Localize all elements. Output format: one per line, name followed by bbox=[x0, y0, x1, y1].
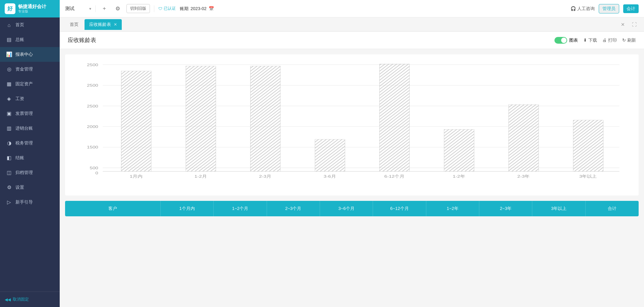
svg-text:2-3月: 2-3月 bbox=[259, 174, 271, 179]
consult-button[interactable]: 🎧 人工咨询 bbox=[571, 6, 595, 12]
sidebar-item-salary[interactable]: ◈ 工资 bbox=[0, 91, 60, 106]
archive-icon: ◫ bbox=[6, 170, 12, 176]
fund-icon: ◎ bbox=[6, 66, 12, 72]
th-3plus-year: 3年以上 bbox=[532, 201, 585, 216]
th-2-3month: 2~3个月 bbox=[267, 201, 320, 216]
download-icon: ⬇ bbox=[583, 38, 587, 43]
page-header: 应收账龄表 图表 ⬇ 下载 🖨 打印 ↻ 刷新 bbox=[60, 32, 644, 49]
sidebar-item-closing[interactable]: ◧ 结账 bbox=[0, 150, 60, 165]
tab-aging[interactable]: 应收账龄表 ✕ bbox=[85, 19, 122, 30]
tab-home[interactable]: 首页 bbox=[65, 19, 83, 30]
assets-icon: ▦ bbox=[6, 81, 12, 87]
refresh-button[interactable]: ↻ 刷新 bbox=[622, 37, 636, 43]
sidebar-item-label: 工资 bbox=[15, 96, 24, 102]
sidebar-item-tax[interactable]: ◑ 税务管理 bbox=[0, 136, 60, 150]
chart-toggle[interactable] bbox=[554, 37, 567, 44]
th-1month: 1个月内 bbox=[161, 201, 214, 216]
sidebar-item-general-ledger[interactable]: ▤ 总账 bbox=[0, 32, 60, 47]
cancel-fixed-button[interactable]: ◀◀ 取消固定 bbox=[5, 295, 55, 304]
cancel-fixed-label: 取消固定 bbox=[13, 297, 29, 302]
verified-badge: 🛡 已认证 bbox=[158, 6, 176, 11]
sidebar-item-assets[interactable]: ▦ 固定资产 bbox=[0, 77, 60, 91]
logo-text-block: 畅捷通好会计 专业版 bbox=[18, 4, 46, 14]
period-label: 账期 bbox=[180, 6, 189, 12]
table-area: 客户 1个月内 1~2个月 2~3个月 3~6个月 6~12个月 1~2年 2~… bbox=[65, 201, 639, 216]
th-total: 合计 bbox=[586, 201, 639, 216]
company-dropdown-icon[interactable]: ▾ bbox=[89, 6, 91, 11]
sidebar-item-label: 结账 bbox=[15, 155, 24, 161]
sidebar-item-guide[interactable]: ▷ 新手引导 bbox=[0, 195, 60, 210]
svg-text:1-2月: 1-2月 bbox=[195, 174, 207, 179]
sidebar-item-home[interactable]: ⌂ 首页 bbox=[0, 17, 60, 32]
refresh-icon: ↻ bbox=[622, 38, 626, 43]
sidebar-footer: ◀◀ 取消固定 bbox=[0, 292, 60, 307]
svg-text:0: 0 bbox=[95, 171, 98, 175]
th-customer: 客户 bbox=[65, 201, 161, 216]
sidebar-menu: ⌂ 首页 ▤ 总账 📊 报表中心 ◎ 资金管理 ▦ 固定资产 ◈ 工资 ▣ 发票… bbox=[0, 17, 60, 292]
settings-button[interactable]: ⚙ bbox=[113, 4, 122, 13]
download-label: 下载 bbox=[588, 37, 597, 43]
app-name: 畅捷通好会计 bbox=[18, 4, 46, 9]
svg-text:1-2年: 1-2年 bbox=[453, 174, 465, 179]
bar-5[interactable] bbox=[380, 64, 410, 171]
app-version: 专业版 bbox=[18, 9, 46, 14]
th-6-12month: 6~12个月 bbox=[373, 201, 426, 216]
sidebar-item-fund[interactable]: ◎ 资金管理 bbox=[0, 62, 60, 77]
main-content: 测试 ▾ ＋ ⚙ 切到旧版 🛡 已认证 账期 2023-02 📅 🎧 人工咨询 … bbox=[60, 0, 644, 307]
download-button[interactable]: ⬇ 下载 bbox=[583, 37, 597, 43]
expand-window-button[interactable]: ⛶ bbox=[630, 20, 639, 29]
svg-text:2500: 2500 bbox=[87, 104, 98, 108]
chart-wrapper: 2500 2500 2500 2000 1500 500 0 1 bbox=[75, 61, 629, 182]
add-button[interactable]: ＋ bbox=[100, 4, 109, 13]
table-header: 客户 1个月内 1~2个月 2~3个月 3~6个月 6~12个月 1~2年 2~… bbox=[65, 201, 639, 216]
period-value: 2023-02 bbox=[191, 6, 207, 11]
print-button[interactable]: 🖨 打印 bbox=[602, 37, 617, 43]
topbar: 测试 ▾ ＋ ⚙ 切到旧版 🛡 已认证 账期 2023-02 📅 🎧 人工咨询 … bbox=[60, 0, 644, 17]
svg-text:3年以上: 3年以上 bbox=[579, 174, 597, 179]
bar-4[interactable] bbox=[315, 139, 345, 171]
calendar-icon[interactable]: 📅 bbox=[209, 6, 214, 11]
print-icon: 🖨 bbox=[602, 38, 607, 43]
cancel-fixed-icon: ◀◀ bbox=[5, 297, 11, 302]
admin-button[interactable]: 管理员 bbox=[599, 4, 619, 13]
tab-close-icon[interactable]: ✕ bbox=[114, 22, 117, 27]
tax-icon: ◑ bbox=[6, 140, 12, 146]
bar-chart: 2500 2500 2500 2000 1500 500 0 1 bbox=[75, 61, 629, 182]
toggle-thumb bbox=[561, 38, 567, 43]
consult-label: 人工咨询 bbox=[577, 6, 595, 12]
bar-7[interactable] bbox=[509, 104, 539, 171]
svg-text:6-12个月: 6-12个月 bbox=[384, 174, 404, 179]
bar-3[interactable] bbox=[251, 66, 280, 171]
sidebar-item-archive[interactable]: ◫ 归档管理 bbox=[0, 165, 60, 180]
svg-text:1月内: 1月内 bbox=[130, 174, 143, 179]
th-1-2year: 1~2年 bbox=[426, 201, 479, 216]
tab-home-label: 首页 bbox=[70, 21, 78, 28]
svg-text:500: 500 bbox=[90, 166, 98, 170]
bar-1[interactable] bbox=[121, 71, 151, 172]
home-icon: ⌂ bbox=[6, 22, 12, 28]
bar-6[interactable] bbox=[444, 129, 474, 171]
sidebar-item-label: 发票管理 bbox=[15, 111, 33, 117]
closing-icon: ◧ bbox=[6, 155, 12, 161]
chart-area: 2500 2500 2500 2000 1500 500 0 1 bbox=[65, 54, 639, 195]
logo-icon: 好 bbox=[5, 3, 15, 14]
svg-text:3-6月: 3-6月 bbox=[324, 174, 336, 179]
sidebar-item-reports[interactable]: 📊 报表中心 bbox=[0, 47, 60, 62]
sidebar-item-inventory[interactable]: ▥ 进销台账 bbox=[0, 121, 60, 136]
sidebar-item-invoice[interactable]: ▣ 发票管理 bbox=[0, 106, 60, 121]
tab-aging-label: 应收账龄表 bbox=[89, 21, 111, 28]
th-1-2month: 1~2个月 bbox=[214, 201, 267, 216]
close-window-button[interactable]: ✕ bbox=[619, 20, 627, 29]
bar-8[interactable] bbox=[573, 120, 603, 171]
accountant-button[interactable]: 会计 bbox=[623, 4, 639, 13]
bar-2[interactable] bbox=[186, 66, 216, 171]
switch-old-version-button[interactable]: 切到旧版 bbox=[126, 4, 150, 13]
guide-icon: ▷ bbox=[6, 199, 12, 205]
page-content: 应收账龄表 图表 ⬇ 下载 🖨 打印 ↻ 刷新 bbox=[60, 32, 644, 307]
verified-label: 已认证 bbox=[164, 6, 176, 11]
sidebar-item-settings[interactable]: ⚙ 设置 bbox=[0, 180, 60, 195]
sidebar-item-label: 报表中心 bbox=[15, 51, 33, 57]
refresh-label: 刷新 bbox=[627, 37, 636, 43]
sidebar-item-label: 归档管理 bbox=[15, 170, 33, 176]
chart-toggle-container: 图表 bbox=[554, 37, 578, 44]
